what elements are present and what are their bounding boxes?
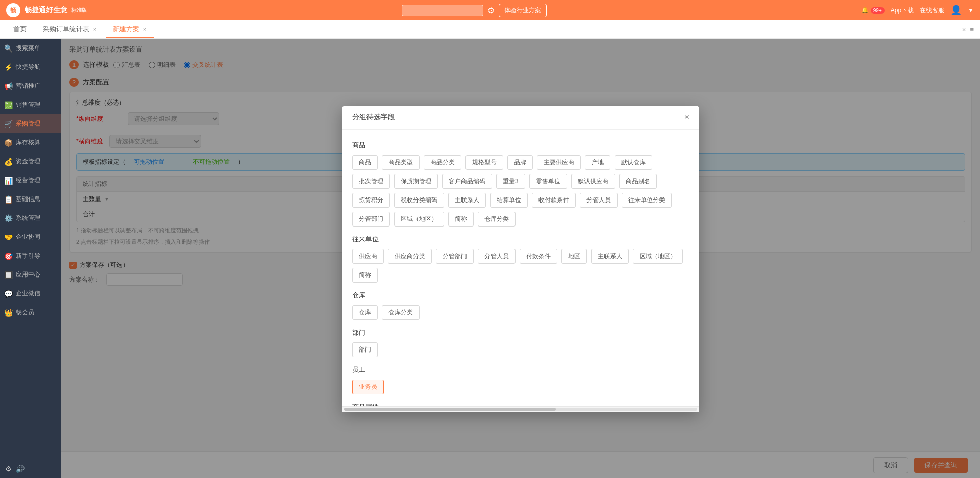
section-dept-title: 部门 — [352, 328, 689, 337]
notification-badge: 99+ — [871, 7, 885, 14]
sidebar-bottom: ⚙ 🔊 — [0, 460, 61, 478]
sidebar-item-basic-info[interactable]: 📋 基础信息 — [0, 190, 61, 209]
field-tag[interactable]: 品牌 — [507, 155, 533, 170]
logo-sub: 标准版 — [71, 7, 87, 14]
top-header: 畅 畅捷通好生意 标准版 ⚙ 体验行业方案 🔔 99+ App下载 在线客服 👤… — [0, 0, 980, 20]
field-tag[interactable]: 拣货积分 — [352, 193, 390, 208]
tab-bar-close-icon[interactable]: × — [962, 26, 966, 33]
sidebar-item-finance[interactable]: 💰 资金管理 — [0, 152, 61, 171]
sidebar-item-marketing[interactable]: 📢 营销推广 — [0, 77, 61, 95]
search-icon: 🔍 — [4, 44, 13, 53]
sales-icon: 💹 — [4, 101, 13, 109]
section-product-fields: 商品 商品类型 商品分类 规格型号 品牌 主要供应商 产地 默认仓库 批次管理 … — [352, 155, 689, 227]
field-tag[interactable]: 部门 — [352, 342, 378, 357]
field-tag[interactable]: 规格型号 — [465, 155, 503, 170]
field-tag[interactable]: 默认仓库 — [615, 155, 652, 170]
section-employee-fields: 业务员 — [352, 380, 689, 394]
tab-home[interactable]: 首页 — [6, 21, 34, 38]
field-tag[interactable]: 仓库 — [352, 305, 378, 320]
sidebar-item-sales[interactable]: 💹 销售管理 — [0, 95, 61, 114]
logo-text: 畅捷通好生意 — [24, 6, 67, 15]
enterprise-icon: 🤝 — [4, 233, 13, 241]
sidebar-item-system[interactable]: ⚙️ 系统管理 — [0, 209, 61, 228]
tab-new-plan-close-icon[interactable]: × — [143, 26, 146, 32]
sidebar-item-quick-nav[interactable]: ⚡ 快捷导航 — [0, 58, 61, 77]
system-icon: ⚙️ — [4, 214, 13, 222]
header-search-input[interactable] — [402, 5, 483, 16]
sidebar-item-search[interactable]: 🔍 搜索菜单 — [0, 39, 61, 58]
field-tag[interactable]: 批次管理 — [352, 174, 390, 189]
logo-area: 畅 畅捷通好生意 标准版 — [6, 3, 87, 17]
section-warehouse-title: 仓库 — [352, 291, 689, 300]
field-tag[interactable]: 简称 — [448, 212, 474, 227]
app-download-link[interactable]: App下载 — [891, 6, 914, 15]
field-tag[interactable]: 仓库分类 — [478, 212, 516, 227]
online-service-link[interactable]: 在线客服 — [920, 6, 944, 15]
sidebar-item-enterprise[interactable]: 🤝 企业协同 — [0, 228, 61, 246]
main-layout: 🔍 搜索菜单 ⚡ 快捷导航 📢 营销推广 💹 销售管理 🛒 采购管理 📦 库存核… — [0, 39, 980, 478]
field-tag[interactable]: 产地 — [585, 155, 610, 170]
sidebar-item-wechat[interactable]: 💬 企业微信 — [0, 284, 61, 303]
sidebar-item-operations[interactable]: 📊 经营管理 — [0, 171, 61, 190]
field-tag[interactable]: 区域（地区） — [633, 249, 683, 264]
field-tag[interactable]: 付款条件 — [520, 249, 557, 264]
field-tag[interactable]: 分管人员 — [478, 249, 516, 264]
field-tag[interactable]: 收付款条件 — [532, 193, 576, 208]
guide-icon: 🎯 — [4, 252, 13, 260]
field-tag[interactable]: 商品 — [352, 155, 378, 170]
hscrollbar-thumb — [344, 408, 556, 411]
field-tag[interactable]: 保质期管理 — [394, 174, 438, 189]
avatar-icon[interactable]: 👤 — [950, 5, 962, 16]
section-warehouse-fields: 仓库 仓库分类 — [352, 305, 689, 320]
purchase-icon: 🛒 — [4, 120, 13, 128]
field-tag[interactable]: 简称 — [352, 268, 378, 283]
dialog-hscrollbar[interactable] — [342, 406, 699, 411]
field-tag[interactable]: 往来单位分类 — [622, 193, 672, 208]
field-tag[interactable]: 零售单位 — [529, 174, 567, 189]
field-tag[interactable]: 重量3 — [496, 174, 525, 189]
experience-button[interactable]: 体验行业方案 — [499, 4, 547, 17]
tab-new-plan[interactable]: 新建方案 × — [106, 21, 154, 38]
gear-icon[interactable]: ⚙ — [487, 6, 495, 15]
field-tag[interactable]: 结算单位 — [490, 193, 528, 208]
dialog-close-button[interactable]: × — [684, 113, 689, 122]
field-tag[interactable]: 客户商品编码 — [442, 174, 492, 189]
sidebar-item-guide[interactable]: 🎯 新手引导 — [0, 246, 61, 265]
sidebar-item-purchase[interactable]: 🛒 采购管理 — [0, 114, 61, 133]
field-tag[interactable]: 仓库分类 — [382, 305, 420, 320]
field-tag[interactable]: 区域（地区） — [394, 212, 444, 227]
field-tag[interactable]: 商品分类 — [424, 155, 461, 170]
notification-area[interactable]: 🔔 99+ — [861, 7, 884, 14]
member-icon: 👑 — [4, 309, 13, 317]
dropdown-icon[interactable]: ▼ — [968, 7, 974, 14]
operations-icon: 📊 — [4, 177, 13, 185]
field-tag[interactable]: 主要供应商 — [537, 155, 581, 170]
marketing-icon: 📢 — [4, 82, 13, 90]
field-tag[interactable]: 默认供应商 — [571, 174, 615, 189]
dialog-title: 分组待选字段 — [352, 113, 395, 122]
audio-icon[interactable]: 🔊 — [16, 465, 24, 473]
field-tag[interactable]: 分管部门 — [436, 249, 474, 264]
field-tag-employee[interactable]: 业务员 — [352, 380, 384, 394]
tab-purchase-stats[interactable]: 采购订单统计表 × — [36, 21, 104, 38]
sidebar-item-app-center[interactable]: 🔲 应用中心 — [0, 265, 61, 284]
field-tag[interactable]: 主联系人 — [448, 193, 486, 208]
field-tag[interactable]: 分管部门 — [352, 212, 390, 227]
section-product-title: 商品 — [352, 141, 689, 150]
field-tag[interactable]: 供应商 — [352, 249, 384, 264]
field-tag[interactable]: 商品类型 — [382, 155, 420, 170]
header-right: 🔔 99+ App下载 在线客服 👤 ▼ — [861, 5, 974, 16]
field-tag[interactable]: 供应商分类 — [388, 249, 432, 264]
tab-bar-more-icon[interactable]: ≡ — [970, 26, 974, 33]
sidebar-item-member[interactable]: 👑 畅会员 — [0, 303, 61, 322]
tab-purchase-close-icon[interactable]: × — [93, 26, 96, 32]
dialog-header: 分组待选字段 × — [342, 106, 699, 130]
field-tag[interactable]: 分管人员 — [580, 193, 618, 208]
field-tag[interactable]: 地区 — [561, 249, 587, 264]
field-tag[interactable]: 主联系人 — [591, 249, 629, 264]
field-tag[interactable]: 商品别名 — [619, 174, 657, 189]
field-tag[interactable]: 税收分类编码 — [394, 193, 444, 208]
sidebar-item-inventory[interactable]: 📦 库存核算 — [0, 133, 61, 152]
settings-bottom-icon[interactable]: ⚙ — [5, 465, 12, 473]
sidebar: 🔍 搜索菜单 ⚡ 快捷导航 📢 营销推广 💹 销售管理 🛒 采购管理 📦 库存核… — [0, 39, 61, 478]
